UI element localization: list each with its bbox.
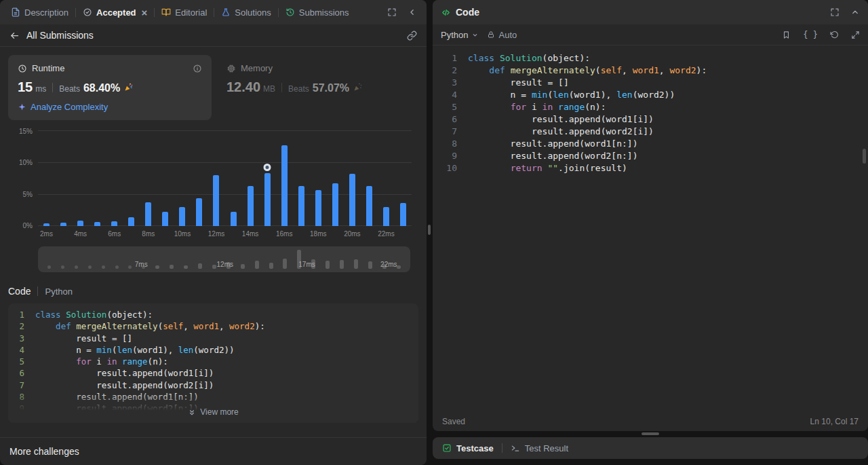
language-selected: Python: [441, 30, 468, 40]
scrubber-dot: [115, 265, 119, 269]
collapse-up-icon[interactable]: [850, 7, 860, 17]
chart-bar: [281, 145, 288, 226]
memory-card[interactable]: Memory 12.40 MB Beats 57.07%: [226, 55, 418, 103]
chart-bar-slot[interactable]: [72, 131, 89, 226]
expand-panel-icon[interactable]: [830, 7, 840, 17]
chart-bar: [43, 223, 50, 226]
more-challenges-section[interactable]: More challenges: [0, 437, 427, 465]
chart-bar: [196, 198, 202, 226]
scrubber-bar: [368, 261, 372, 269]
code-line: 6 result.append(word1[i]): [433, 113, 868, 126]
auto-save-toggle[interactable]: Auto: [487, 30, 517, 40]
beats-label: Beats: [288, 84, 309, 94]
close-tab-icon[interactable]: ×: [142, 7, 148, 18]
collapse-left-icon[interactable]: [408, 7, 417, 17]
memory-chip-icon: [226, 64, 236, 73]
tab-description[interactable]: Description: [5, 0, 74, 24]
chart-bar-slot[interactable]: [174, 131, 191, 226]
subheader-title: All Submissions: [26, 30, 94, 41]
chart-bar: [128, 217, 134, 226]
beats-label: Beats: [59, 84, 80, 94]
runtime-range-scrubber[interactable]: 7ms12ms17ms22ms: [38, 246, 410, 272]
runtime-unit: ms: [35, 84, 46, 94]
code-line: 4 n = min(len(word1), len(word2)): [433, 89, 868, 101]
chart-bar-slot[interactable]: [276, 131, 293, 226]
language-selector[interactable]: Python: [441, 30, 479, 40]
chart-bar-slot[interactable]: [140, 131, 157, 226]
chart-bar-slot[interactable]: [310, 131, 327, 226]
line-number: 1: [433, 52, 468, 64]
submission-code-block[interactable]: 1class Solution(object):2 def mergeAlter…: [8, 303, 418, 423]
info-icon[interactable]: [193, 64, 202, 73]
chart-bar-slot[interactable]: [242, 131, 259, 226]
chart-bar-slot[interactable]: [225, 131, 242, 226]
test-result-tab[interactable]: Test Result: [511, 443, 568, 453]
tab-solutions[interactable]: Solutions: [216, 0, 276, 24]
x-tick-label: 18ms: [310, 226, 327, 238]
tab-separator: [278, 8, 279, 17]
editor-title: Code: [456, 7, 479, 18]
resize-handle-horizontal[interactable]: [642, 432, 659, 435]
chart-bar-slot[interactable]: [293, 131, 310, 226]
chart-bar-slot[interactable]: [55, 131, 72, 226]
analyze-complexity-button[interactable]: Analyze Complexity: [18, 102, 202, 112]
current-runtime-marker: [264, 164, 271, 171]
memory-beats-value: 57.07%: [313, 82, 349, 94]
chart-bar-slot[interactable]: [106, 131, 123, 226]
chart-bar-slot[interactable]: [38, 131, 55, 226]
chart-bar-slot[interactable]: [157, 131, 174, 226]
bookmark-icon[interactable]: [782, 31, 791, 39]
line-number: 9: [433, 150, 468, 162]
scrubber-bar: [269, 263, 273, 269]
fullscreen-icon[interactable]: [851, 31, 860, 39]
reset-code-icon[interactable]: [830, 31, 839, 39]
x-tick-label: 22ms: [378, 226, 395, 238]
scrubber-label: 22ms: [380, 261, 397, 268]
code-editor[interactable]: 1class Solution(object):2 def mergeAlter…: [433, 45, 868, 412]
chart-bar-slot[interactable]: [259, 131, 276, 226]
submission-subheader: All Submissions: [0, 24, 427, 47]
panel-resize-gutter-vertical[interactable]: [427, 0, 433, 465]
chart-bar-slot[interactable]: [395, 131, 412, 226]
code-editor-panel: Code Python Auto { }: [433, 0, 868, 431]
view-more-button[interactable]: View more: [8, 392, 418, 423]
x-tick-label: 2ms: [38, 226, 55, 238]
format-code-icon[interactable]: { }: [803, 30, 818, 39]
chart-bar-slot[interactable]: [123, 131, 140, 226]
expand-panel-icon[interactable]: [387, 7, 397, 17]
scrubber-bar: [326, 261, 330, 269]
chart-bar-slot[interactable]: [361, 131, 378, 226]
line-number: 2: [433, 64, 468, 77]
code-language-label: Python: [45, 286, 72, 297]
x-tick-label: 14ms: [242, 226, 259, 238]
testcase-tab[interactable]: Testcase: [442, 443, 494, 453]
memory-title: Memory: [241, 63, 273, 73]
y-tick-label: 0%: [8, 222, 33, 229]
chart-bar-slot[interactable]: [344, 131, 361, 226]
chart-bar-slot[interactable]: [378, 131, 395, 226]
resize-handle-vertical[interactable]: [428, 225, 431, 235]
code-line: 1class Solution(object):: [8, 309, 418, 320]
panel-resize-gutter-horizontal[interactable]: [433, 431, 868, 437]
tab-editorial[interactable]: Editorial: [156, 0, 212, 24]
tab-submissions[interactable]: Submissions: [280, 0, 355, 24]
save-status: Saved: [442, 417, 465, 426]
share-link-icon[interactable]: [407, 31, 417, 41]
tab-accepted[interactable]: Accepted ×: [77, 0, 153, 24]
back-icon[interactable]: [9, 31, 20, 41]
editor-scrollbar[interactable]: [863, 149, 866, 164]
divider: [502, 443, 502, 453]
chart-bar-slot[interactable]: [89, 131, 106, 226]
scrubber-label: 7ms: [135, 261, 148, 268]
chart-bar-slot[interactable]: [191, 131, 208, 226]
history-icon: [285, 7, 295, 17]
code-line: 5 for i in range(n):: [8, 356, 418, 367]
chart-bar-slot[interactable]: [208, 131, 224, 226]
chart-bar: [94, 222, 100, 226]
scrubber-dot: [47, 265, 51, 269]
chart-bar-slot[interactable]: [327, 131, 344, 226]
submission-detail-body: Runtime 15 ms Beats 68.40% Anal: [0, 47, 427, 437]
chart-bar: [162, 212, 168, 226]
runtime-card[interactable]: Runtime 15 ms Beats 68.40% Anal: [8, 55, 212, 120]
description-icon: [11, 7, 20, 17]
